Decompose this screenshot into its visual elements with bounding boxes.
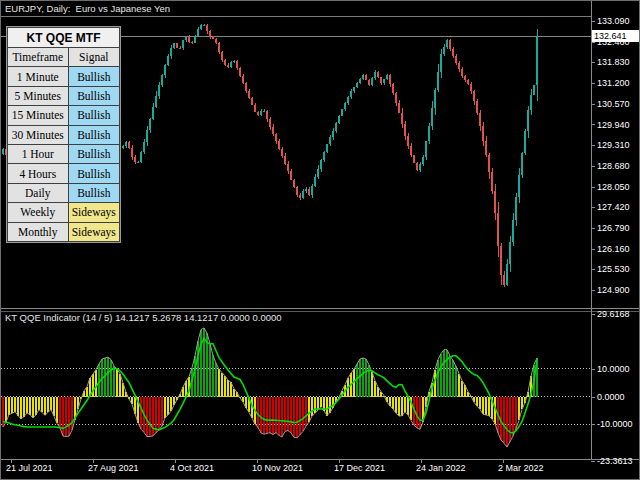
indicator-title: KT QQE Indicator (14 / 5) 14.1217 5.2678… [5, 312, 282, 323]
time-axis-label: 24 Jan 2022 [416, 463, 466, 473]
price-axis-label: 133.090 [597, 16, 630, 26]
mtf-signal-cell: Bullish [68, 125, 119, 144]
price-axis-label: 131.830 [597, 57, 630, 67]
mtf-row: 1 Hour Bullish [8, 144, 120, 163]
mtf-timeframe-cell: 5 Minutes [8, 86, 69, 105]
mtf-row: Daily Bullish [8, 183, 120, 202]
mtf-signal-cell: Bullish [68, 183, 119, 202]
indicator-axis-label: -10.0000 [597, 419, 633, 429]
mtf-row: 30 Minutes Bullish [8, 125, 120, 144]
mtf-panel-title: KT QQE MTF [8, 28, 120, 48]
time-axis-label: 27 Aug 2021 [88, 463, 139, 473]
mtf-timeframe-cell: 30 Minutes [8, 125, 69, 144]
mtf-timeframe-cell: Daily [8, 183, 69, 202]
mtf-row: Weekly Sideways [8, 203, 120, 222]
mtf-timeframe-cell: 1 Hour [8, 144, 69, 163]
price-axis-label: 131.200 [597, 78, 630, 88]
mtf-timeframe-cell: Weekly [8, 203, 69, 222]
mtf-signal-cell: Sideways [68, 203, 119, 222]
mt5-chart-window: EURJPY, Daily: Euro vs Japanese Yen KT Q… [0, 0, 640, 480]
time-axis-label: 4 Oct 2021 [170, 463, 214, 473]
time-axis-label: 17 Dec 2021 [334, 463, 385, 473]
price-axis-label: 125.530 [597, 264, 630, 274]
qqe-histogram [2, 328, 538, 447]
mtf-column-header: Signal [68, 48, 119, 67]
price-axis-label: 128.050 [597, 182, 630, 192]
mtf-signal-cell: Bullish [68, 67, 119, 86]
mtf-signal-cell: Bullish [68, 144, 119, 163]
price-axis-label: 129.940 [597, 120, 630, 130]
mtf-title-row: KT QQE MTF [8, 28, 120, 48]
mtf-row: 1 Minute Bullish [8, 67, 120, 86]
price-axis-label: 124.900 [597, 285, 630, 295]
price-axis-label: 127.420 [597, 202, 630, 212]
mtf-row: 4 Hours Bullish [8, 164, 120, 183]
time-axis-label: 2 Mar 2022 [498, 463, 544, 473]
price-axis-label: 129.310 [597, 140, 630, 150]
time-axis-label: 21 Jul 2021 [6, 463, 53, 473]
indicator-axis-label: -23.3613 [597, 456, 633, 466]
mtf-signal-cell: Sideways [68, 222, 119, 241]
indicator-axis-label: 10.0000 [597, 364, 630, 374]
current-price-tag: 132.641 [592, 30, 639, 42]
indicator-axis-label: 29.6168 [597, 309, 630, 319]
kt-qqe-mtf-panel: KT QQE MTFTimeframeSignal 1 Minute Bulli… [7, 27, 120, 242]
mtf-row: 5 Minutes Bullish [8, 86, 120, 105]
price-axis-label: 126.160 [597, 244, 630, 254]
mtf-column-header: Timeframe [8, 48, 69, 67]
mtf-signal-cell: Bullish [68, 164, 119, 183]
mtf-timeframe-cell: 1 Minute [8, 67, 69, 86]
mtf-signal-cell: Bullish [68, 86, 119, 105]
mtf-timeframe-cell: 4 Hours [8, 164, 69, 183]
time-axis-label: 10 Nov 2021 [252, 463, 303, 473]
mtf-timeframe-cell: 15 Minutes [8, 106, 69, 125]
mtf-header-row: TimeframeSignal [8, 48, 120, 67]
price-axis-label: 128.680 [597, 161, 630, 171]
chart-title: EURJPY, Daily: Euro vs Japanese Yen [5, 3, 170, 14]
price-axis-label: 126.790 [597, 223, 630, 233]
mtf-signal-cell: Bullish [68, 106, 119, 125]
price-axis-label: 130.570 [597, 99, 630, 109]
indicator-axis-label: 0.0000 [597, 392, 625, 402]
mtf-timeframe-cell: Monthly [8, 222, 69, 241]
mtf-row: Monthly Sideways [8, 222, 120, 241]
mtf-row: 15 Minutes Bullish [8, 106, 120, 125]
